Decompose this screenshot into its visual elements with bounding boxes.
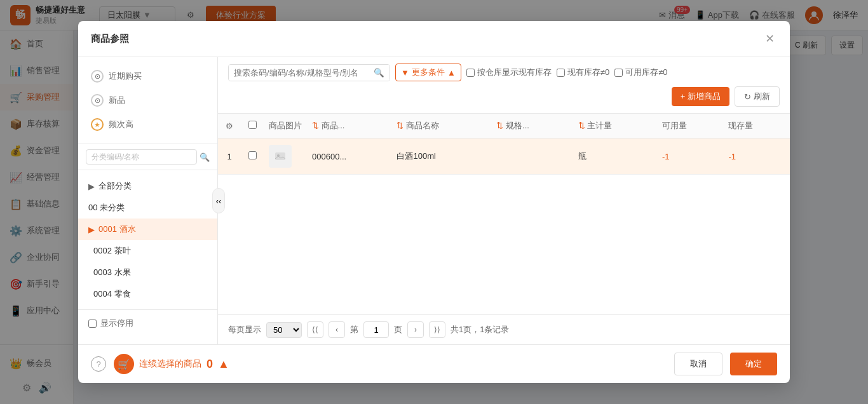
warehouse-filter-label[interactable]: 按仓库显示现有库存 (466, 67, 552, 78)
tab-recent-purchase[interactable]: ⊙ 近期购买 (83, 65, 212, 88)
svg-rect-1 (275, 152, 285, 160)
quick-tabs: ⊙ 近期购买 ⊙ 新品 ★ 频次高 (78, 65, 217, 144)
refresh-button[interactable]: ↻ 刷新 (735, 86, 780, 107)
available-stock-filter-label[interactable]: 可用库存≠0 (614, 67, 667, 78)
modal-overlay: 商品参照 ✕ ⊙ 近期购买 ⊙ 新品 ★ (0, 0, 868, 404)
col-spec: ⇅ 规格... (491, 114, 573, 138)
product-search-input[interactable] (229, 65, 369, 81)
category-tea[interactable]: 0002 茶叶 (78, 240, 217, 262)
category-search-input[interactable] (86, 149, 197, 165)
row-available: -1 (657, 138, 724, 175)
select-all-checkbox[interactable] (248, 121, 257, 129)
left-panel: ⊙ 近期购买 ⊙ 新品 ★ 频次高 ‹‹ (78, 57, 218, 344)
row-code: 000600... (307, 138, 391, 175)
col-stock: 现存量 (723, 114, 790, 138)
product-search-button[interactable]: 🔍 (369, 65, 390, 81)
col-settings: ⚙ (218, 114, 241, 138)
row-spec (491, 138, 573, 175)
modal-title: 商品参照 (91, 33, 129, 45)
modal-close-button[interactable]: ✕ (762, 31, 777, 46)
toolbar-right: + 新增商品 ↻ 刷新 (672, 86, 780, 107)
recent-purchase-icon: ⊙ (91, 70, 104, 83)
row-name: 白酒100ml (391, 138, 491, 175)
help-button[interactable]: ? (91, 356, 106, 372)
product-table-wrap: ⚙ 商品图片 ⇅ 商品... ⇅ 商品名称 (218, 114, 790, 314)
sort-icon: ⇅ (312, 121, 319, 130)
page-first-button[interactable]: ⟨⟨ (307, 321, 323, 338)
col-unit: ⇅ 主计量 (573, 114, 657, 138)
col-settings-icon[interactable]: ⚙ (226, 121, 233, 131)
category-drinks[interactable]: 0005 饮料 (78, 305, 217, 309)
tab-high-frequency[interactable]: ★ 频次高 (83, 113, 212, 136)
sort-icon-name: ⇅ (397, 121, 403, 130)
modal-footer: ? 🛒 连续选择的商品 0 ▲ 取消 确定 (78, 344, 790, 383)
product-table: ⚙ 商品图片 ⇅ 商品... ⇅ 商品名称 (218, 114, 790, 175)
show-disabled-section: 显示停用 (78, 309, 217, 337)
table-header-row: ⚙ 商品图片 ⇅ 商品... ⇅ 商品名称 (218, 114, 790, 138)
page-next-button[interactable]: › (407, 321, 424, 338)
category-snacks[interactable]: 0004 零食 (78, 283, 217, 305)
warehouse-filter-checkbox[interactable] (466, 69, 475, 77)
cart-section: 🛒 连续选择的商品 0 ▲ (114, 354, 229, 374)
show-disabled-checkbox[interactable] (88, 320, 97, 328)
category-fruits[interactable]: 0003 水果 (78, 262, 217, 283)
modal-header: 商品参照 ✕ (78, 21, 790, 57)
chevron-up-icon: ▲ (447, 68, 456, 77)
toolbar: 🔍 ▼ 更多条件 ▲ 按仓库显示现有库存 现有库存≠0 (218, 57, 790, 114)
modal-body: ⊙ 近期购买 ⊙ 新品 ★ 频次高 ‹‹ (78, 57, 790, 344)
col-available: 可用量 (657, 114, 724, 138)
right-panel: 🔍 ▼ 更多条件 ▲ 按仓库显示现有库存 现有库存≠0 (218, 57, 790, 344)
row-num: 1 (218, 138, 241, 175)
col-checkbox (241, 114, 264, 138)
collapse-panel-button[interactable]: ‹‹ (212, 188, 225, 213)
active-arrow-icon: ▶ (88, 225, 95, 234)
page-prev-button[interactable]: ‹ (329, 321, 345, 338)
page-last-button[interactable]: ⟩⟩ (429, 321, 445, 338)
product-image (269, 145, 292, 168)
row-checkbox-cell (241, 138, 264, 175)
col-product-image: 商品图片 (264, 114, 307, 138)
add-product-button[interactable]: + 新增商品 (672, 87, 729, 106)
col-product-name: ⇅ 商品名称 (391, 114, 491, 138)
current-stock-checkbox[interactable] (557, 69, 565, 77)
available-stock-checkbox[interactable] (614, 69, 623, 77)
modal-product-reference: 商品参照 ✕ ⊙ 近期购买 ⊙ 新品 ★ (78, 21, 790, 383)
more-filter-button[interactable]: ▼ 更多条件 ▲ (395, 64, 461, 81)
row-stock: -1 (723, 138, 790, 175)
category-search: 🔍 (78, 144, 217, 170)
refresh-icon: ↻ (744, 92, 751, 102)
cart-count: 0 (207, 358, 213, 371)
col-product-code: ⇅ 商品... (307, 114, 391, 138)
table-row[interactable]: 1 000600... 白酒100ml (218, 138, 790, 175)
row-select-checkbox[interactable] (248, 151, 257, 159)
new-products-icon: ⊙ (91, 94, 104, 107)
cancel-button[interactable]: 取消 (674, 353, 722, 375)
row-image-cell (264, 138, 307, 175)
high-frequency-icon: ★ (91, 118, 104, 131)
category-list: ▶ 全部分类 00 未分类 ▶ 0001 酒水 0002 茶叶 0003 水果 (78, 170, 217, 309)
sort-icon-spec: ⇅ (496, 121, 503, 130)
pagination: 每页显示 10 20 50 100 ⟨⟨ ‹ 第 页 › ⟩⟩ 共1页，1条记录 (218, 314, 790, 344)
current-stock-filter-label[interactable]: 现有库存≠0 (557, 67, 609, 78)
collapse-cart-icon[interactable]: ▲ (218, 358, 229, 371)
cart-icon: 🛒 (114, 354, 134, 374)
tab-new-products[interactable]: ⊙ 新品 (83, 89, 212, 112)
category-uncategorized[interactable]: 00 未分类 (78, 197, 217, 219)
row-unit: 瓶 (573, 138, 657, 175)
expand-arrow-icon: ▶ (88, 182, 95, 191)
footer-actions: 取消 确定 (674, 353, 777, 375)
category-liquor[interactable]: ▶ 0001 酒水 (78, 219, 217, 240)
search-icon: 🔍 (200, 152, 210, 162)
confirm-button[interactable]: 确定 (730, 353, 777, 375)
page-size-select[interactable]: 10 20 50 100 (266, 322, 302, 338)
product-search-wrap: 🔍 (228, 64, 390, 81)
page-number-input[interactable] (363, 321, 389, 338)
sort-icon-unit: ⇅ (578, 121, 585, 130)
category-all[interactable]: ▶ 全部分类 (78, 175, 217, 197)
filter-icon: ▼ (401, 68, 409, 77)
